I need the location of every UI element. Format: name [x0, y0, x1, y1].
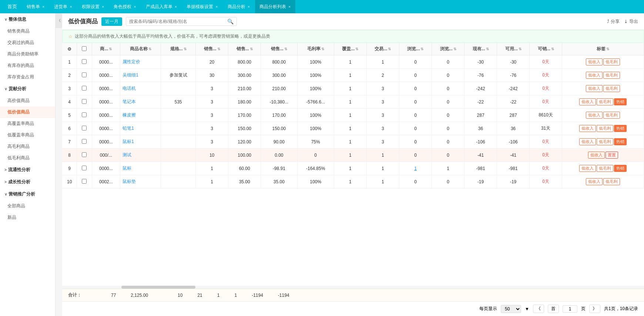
cell-name[interactable]: 笔记本 — [120, 95, 161, 109]
per-page-select[interactable]: 50 100 — [501, 305, 521, 313]
col-tags[interactable]: 标签⇅ — [562, 43, 644, 55]
close-icon[interactable]: × — [70, 4, 72, 9]
sidebar-item-high-value[interactable]: 高价值商品 — [0, 95, 55, 106]
time-filter-button[interactable]: 近一月 — [101, 17, 122, 26]
col-sale1[interactable]: 销售...⇅ — [196, 43, 228, 55]
close-icon[interactable]: × — [215, 4, 218, 9]
cell-checkbox[interactable] — [77, 175, 92, 188]
col-sale3[interactable]: 销售...⇅ — [261, 43, 297, 55]
cell-checkbox[interactable] — [77, 149, 92, 162]
sidebar-item-high-margin[interactable]: 高毛利商品 — [0, 141, 55, 152]
cell-name[interactable]: 铅笔1 — [120, 122, 161, 135]
horizontal-scrollbar[interactable] — [62, 286, 644, 289]
table-wrapper[interactable]: ⚙ 商...⇅ 商品名称⇅ 规格...⇅ 销售...⇅ 销售...⇅ 销售...… — [62, 43, 644, 286]
col-sellable[interactable]: 可销...⇅ — [530, 43, 562, 55]
nav-roles[interactable]: 角色授权 × — [109, 0, 140, 13]
sidebar-item-new-goods[interactable]: 新品 — [0, 212, 55, 223]
sidebar-item-sales-goods[interactable]: 销售类商品 — [0, 26, 55, 37]
row-checkbox[interactable] — [82, 59, 87, 64]
sidebar-item-traded-goods[interactable]: 交易过的商品 — [0, 37, 55, 48]
cell-name[interactable]: 鼠标垫 — [120, 175, 161, 188]
cell-name[interactable]: 吴细细1 — [120, 69, 161, 82]
first-page-button[interactable]: 《 — [533, 305, 544, 313]
cell-checkbox[interactable] — [77, 82, 92, 95]
sidebar-group-flow[interactable]: > 流通性分析 — [0, 164, 55, 176]
next-page-button[interactable]: 》 — [589, 305, 600, 313]
cell-name[interactable]: 橡皮擦 — [120, 109, 161, 122]
col-trade[interactable]: 交易...⇅ — [366, 43, 399, 55]
sidebar-item-stock-capital[interactable]: 库存资金占用 — [0, 71, 55, 83]
col-checkbox[interactable] — [77, 43, 92, 55]
search-input[interactable] — [129, 19, 225, 24]
col-name[interactable]: 商品名称⇅ — [120, 43, 161, 55]
row-checkbox[interactable] — [82, 152, 87, 157]
close-icon[interactable]: × — [102, 4, 104, 9]
cell-checkbox[interactable] — [77, 162, 92, 175]
nav-sales[interactable]: 销售单 × — [22, 0, 49, 13]
sidebar-group-growth[interactable]: > 成长性分析 — [0, 176, 55, 188]
nav-inventory[interactable]: 产成品入库单 × — [141, 0, 181, 13]
select-all-checkbox[interactable] — [82, 46, 87, 51]
cell-name[interactable]: 电话机 — [120, 82, 161, 95]
sidebar-item-low-value[interactable]: 低价值商品 — [0, 106, 55, 118]
sidebar-item-all-goods[interactable]: 全部商品 — [0, 200, 55, 212]
row-checkbox[interactable] — [82, 86, 87, 91]
row-checkbox[interactable] — [82, 112, 87, 117]
cell-name[interactable]: 测试 — [120, 149, 161, 162]
sidebar-group-contribution[interactable]: ∨ 贡献分析 — [0, 83, 55, 95]
col-settings[interactable]: ⚙ — [62, 43, 77, 55]
cell-name[interactable]: 属性定价 — [120, 55, 161, 69]
prev-page-button[interactable]: 首 — [548, 305, 559, 313]
col-view2[interactable]: 浏览...⇅ — [432, 43, 464, 55]
cell-view1[interactable]: 0 — [399, 95, 432, 109]
row-checkbox[interactable] — [82, 72, 87, 77]
cell-view1[interactable]: 0 — [399, 175, 432, 188]
cell-view1[interactable]: 0 — [399, 135, 432, 149]
cell-checkbox[interactable] — [77, 135, 92, 149]
close-icon[interactable]: × — [175, 4, 177, 9]
cell-view1[interactable]: 0 — [399, 55, 432, 69]
close-icon[interactable]: × — [134, 4, 136, 9]
close-icon[interactable]: × — [288, 4, 291, 9]
col-code[interactable]: 商...⇅ — [92, 43, 120, 55]
row-checkbox[interactable] — [82, 99, 87, 104]
cell-checkbox[interactable] — [77, 95, 92, 109]
sidebar-group-marketing[interactable]: ∨ 营销推广分析 — [0, 188, 55, 200]
cell-name[interactable]: 鼠标 — [120, 162, 161, 175]
cell-view1[interactable]: 0 — [399, 109, 432, 122]
nav-home[interactable]: 首页 — [3, 0, 21, 13]
row-checkbox[interactable] — [82, 126, 87, 130]
cell-checkbox[interactable] — [77, 109, 92, 122]
cell-view1[interactable]: 1 — [399, 162, 432, 175]
row-checkbox[interactable] — [82, 139, 87, 144]
cell-checkbox[interactable] — [77, 122, 92, 135]
cell-name[interactable]: 鼠标1 — [120, 135, 161, 149]
sidebar-item-low-margin[interactable]: 低毛利商品 — [0, 152, 55, 164]
sidebar-item-stocked-goods[interactable]: 有库存的商品 — [0, 60, 55, 71]
search-icon[interactable]: 🔍 — [227, 18, 234, 24]
scrollbar-thumb[interactable] — [121, 286, 195, 289]
sidebar-collapse-button[interactable]: 《 — [56, 13, 62, 28]
col-spec[interactable]: 规格...⇅ — [161, 43, 195, 55]
row-checkbox[interactable] — [82, 179, 87, 184]
cell-view1[interactable]: 0 — [399, 69, 432, 82]
nav-goods-analysis[interactable]: 商品分析 × — [223, 0, 254, 13]
page-input[interactable] — [563, 305, 577, 313]
col-view1[interactable]: 浏览...⇅ — [399, 43, 432, 55]
share-button[interactable]: ⤴ 分享 — [607, 18, 620, 25]
col-stock[interactable]: 现有...⇅ — [464, 43, 497, 55]
close-icon[interactable]: × — [248, 4, 250, 9]
nav-permissions[interactable]: 权限设置 × — [77, 0, 108, 13]
col-coverage[interactable]: 覆盖...⇅ — [334, 43, 366, 55]
sidebar-item-category-rate[interactable]: 商品分类助销率 — [0, 48, 55, 60]
sidebar-group-overall[interactable]: ∨ 整体信息 — [0, 13, 55, 26]
export-button[interactable]: ⤓ 导出 — [624, 18, 638, 25]
cell-view1[interactable]: 0 — [399, 82, 432, 95]
nav-goods-analysis-list[interactable]: 商品分析列表 × — [255, 0, 295, 13]
nav-purchase[interactable]: 进货单 × — [50, 0, 76, 13]
close-icon[interactable]: × — [42, 4, 44, 9]
cell-checkbox[interactable] — [77, 69, 92, 82]
col-available[interactable]: 可用...⇅ — [497, 43, 530, 55]
sidebar-item-low-coverage[interactable]: 低覆盖率商品 — [0, 129, 55, 141]
col-sale2[interactable]: 销售...⇅ — [228, 43, 261, 55]
